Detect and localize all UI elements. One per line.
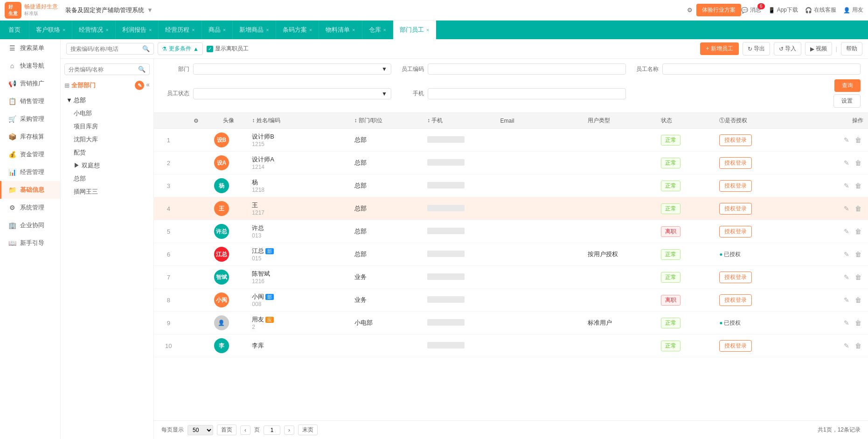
auth-button[interactable]: 授权登录 [719, 157, 752, 169]
auth-button[interactable]: 授权登录 [719, 180, 752, 192]
auth-button[interactable]: 授权登录 [719, 272, 752, 283]
auth-button[interactable]: 授权登录 [719, 203, 752, 215]
export-button[interactable]: ↻ 导出 [743, 42, 770, 56]
sidebar-item-system[interactable]: ⚙系统管理 [0, 199, 60, 216]
dept-node-chuanwang[interactable]: 插网王三 [61, 185, 153, 198]
edit-button[interactable]: ✎ [842, 250, 851, 259]
tab-close-goods[interactable]: × [223, 27, 226, 33]
more-conditions-button[interactable]: ⚗ 更多条件 ▲ [158, 42, 203, 55]
experience-button[interactable]: 体验行业方案 [696, 4, 741, 16]
last-page-button[interactable]: 末页 [298, 425, 318, 435]
user-button[interactable]: 👤 用友 [843, 6, 863, 14]
dept-select[interactable]: ▼ [193, 63, 391, 75]
delete-button[interactable]: 🗑 [853, 227, 863, 236]
nav-tab-employee[interactable]: 部门员工× [393, 21, 436, 39]
th-settings[interactable]: ⚙ [183, 113, 209, 129]
sidebar-item-company[interactable]: 🏢企业协同 [0, 216, 60, 234]
th-phone[interactable]: ↕ 手机 [423, 113, 496, 129]
sidebar-item-quicknav[interactable]: ⌂快速导航 [0, 57, 60, 75]
message-button[interactable]: 💬 消息 6 [741, 6, 761, 14]
sidebar-item-basic[interactable]: 📁基础信息 [0, 181, 60, 199]
edit-button[interactable]: ✎ [842, 181, 851, 190]
edit-button[interactable]: ✎ [842, 227, 851, 236]
code-input[interactable] [428, 63, 626, 75]
sidebar-item-inventory[interactable]: 📦库存核算 [0, 128, 60, 146]
nav-tab-profit[interactable]: 利润报告× [116, 21, 159, 39]
dept-search[interactable]: 🔍 [64, 63, 150, 75]
nav-tab-newgoods[interactable]: 新增商品× [233, 21, 276, 39]
th-dept[interactable]: ↕ 部门/职位 [350, 113, 423, 129]
auth-button[interactable]: 授权登录 [719, 340, 752, 352]
tab-close-operation[interactable]: × [105, 27, 108, 33]
view-button[interactable]: ▶ 视频 [805, 42, 832, 56]
auth-button[interactable]: 授权登录 [719, 294, 752, 306]
edit-button[interactable]: ✎ [842, 135, 851, 145]
edit-button[interactable]: ✎ [842, 204, 851, 213]
system-dropdown-icon[interactable]: ▼ [147, 7, 153, 14]
status-select[interactable]: ▼ [193, 88, 391, 99]
show-resigned-checkbox[interactable]: ✓ 显示离职员工 [207, 45, 249, 53]
delete-button[interactable]: 🗑 [853, 250, 863, 259]
nav-tab-operation[interactable]: 经营情况× [72, 21, 115, 39]
nav-tab-warehouse[interactable]: 仓库× [362, 21, 393, 39]
app-download-button[interactable]: 📱 App下载 [768, 6, 798, 14]
dept-node-head[interactable]: ▼ 总部 [61, 94, 153, 107]
dept-node-shuangji[interactable]: ▶ 双庭想 [61, 159, 153, 172]
name-input[interactable] [662, 63, 861, 75]
sidebar-item-finance[interactable]: 💰资金管理 [0, 146, 60, 163]
sidebar-item-sales[interactable]: 📋销售管理 [0, 92, 60, 110]
tab-close-material[interactable]: × [352, 27, 355, 33]
first-page-button[interactable]: 首页 [217, 425, 236, 435]
edit-button[interactable]: ✎ [842, 272, 851, 282]
next-page-button[interactable]: › [284, 425, 294, 435]
dept-collapse-icon[interactable]: « [146, 81, 150, 90]
phone-input[interactable] [428, 88, 626, 99]
sidebar-item-guide[interactable]: 📖新手引导 [0, 234, 60, 252]
nav-tab-home[interactable]: 首页 [0, 21, 29, 39]
delete-button[interactable]: 🗑 [853, 135, 863, 145]
tab-close-profit[interactable]: × [149, 27, 152, 33]
nav-tab-customer[interactable]: 客户联络× [29, 21, 72, 39]
delete-button[interactable]: 🗑 [853, 272, 863, 282]
sidebar-item-operation2[interactable]: 📊经营管理 [0, 163, 60, 181]
auth-button[interactable]: 授权登录 [719, 134, 752, 146]
nav-tab-material[interactable]: 物料清单× [319, 21, 362, 39]
query-button[interactable]: 查询 [834, 79, 861, 92]
set-button[interactable]: 设置 [833, 94, 861, 108]
sidebar-item-purchase[interactable]: 🛒采购管理 [0, 110, 60, 128]
nav-tab-history[interactable]: 经营历程× [159, 21, 201, 39]
import-button[interactable]: ↺ 导入 [774, 42, 801, 56]
page-size-select[interactable]: 50 20 100 [187, 425, 213, 435]
add-employee-button[interactable]: + 新增员工 [700, 42, 738, 55]
sidebar-item-marketing[interactable]: 📢营销推广 [0, 75, 60, 92]
settings-button[interactable]: ⚙ [683, 4, 696, 17]
search-input[interactable] [70, 46, 140, 52]
auth-button[interactable]: 授权登录 [719, 226, 752, 237]
dept-node-small[interactable]: 小电部 [61, 107, 153, 120]
search-box[interactable]: 🔍 [66, 43, 154, 55]
tab-close-warehouse[interactable]: × [383, 27, 386, 33]
tab-close-customer[interactable]: × [62, 27, 65, 33]
tab-close-history[interactable]: × [192, 27, 194, 33]
tab-close-employee[interactable]: × [426, 27, 429, 33]
online-service-button[interactable]: 🎧 在线客服 [805, 6, 836, 14]
prev-page-button[interactable]: ‹ [240, 425, 250, 435]
edit-button[interactable]: ✎ [842, 158, 851, 167]
dept-search-input[interactable] [69, 66, 138, 73]
delete-button[interactable]: 🗑 [853, 181, 863, 190]
sidebar-item-search[interactable]: ☰搜索菜单 [0, 39, 60, 57]
delete-button[interactable]: 🗑 [853, 204, 863, 213]
delete-button[interactable]: 🗑 [853, 341, 863, 350]
edit-button[interactable]: ✎ [842, 341, 851, 350]
dept-node-shenyang[interactable]: 沈阳大库 [61, 133, 153, 146]
help-button[interactable]: 帮助 [841, 42, 862, 56]
dept-node-peihuо[interactable]: 配货 [61, 146, 153, 159]
delete-button[interactable]: 🗑 [853, 295, 863, 305]
edit-button[interactable]: ✎ [842, 318, 851, 328]
dept-node-project[interactable]: 项目库房 [61, 120, 153, 133]
tab-close-newgoods[interactable]: × [266, 27, 269, 33]
page-number-input[interactable] [264, 425, 280, 435]
delete-button[interactable]: 🗑 [853, 318, 863, 328]
nav-tab-barcode[interactable]: 条码方案× [276, 21, 319, 39]
edit-button[interactable]: ✎ [842, 295, 851, 305]
